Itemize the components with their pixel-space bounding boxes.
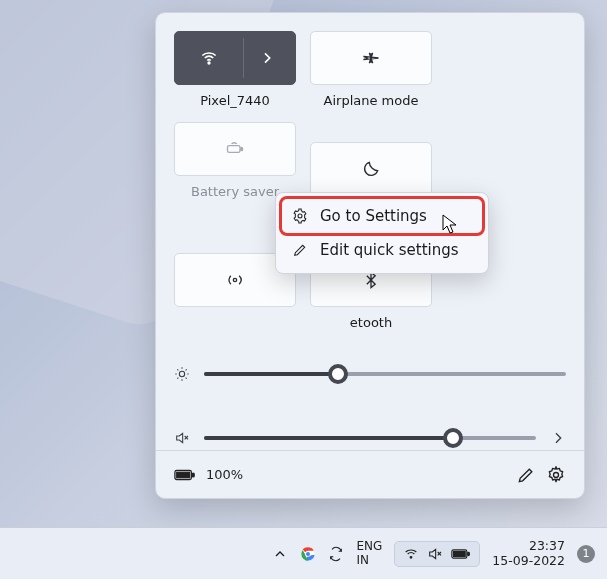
wifi-tile[interactable] [174, 31, 296, 85]
context-menu: Go to Settings Edit quick settings [275, 192, 489, 274]
volume-slider[interactable] [204, 436, 536, 440]
tile-col-airplane: Airplane mode [310, 31, 432, 108]
brightness-icon [174, 366, 190, 382]
brightness-slider[interactable] [204, 372, 566, 376]
system-status-pill[interactable] [394, 541, 480, 567]
svg-rect-16 [468, 552, 470, 555]
hotspot-icon [225, 270, 245, 290]
notification-badge[interactable]: 1 [577, 545, 595, 563]
battery-icon [451, 548, 471, 560]
svg-point-3 [233, 278, 236, 281]
battery-text: 100% [206, 467, 243, 482]
panel-footer: 100% [156, 450, 584, 498]
airplane-icon [361, 48, 381, 68]
menu-label: Edit quick settings [320, 241, 459, 259]
date: 15-09-2022 [492, 554, 565, 568]
svg-rect-1 [228, 146, 241, 153]
wifi-icon [199, 48, 219, 68]
chevron-right-icon[interactable] [259, 50, 275, 66]
hotspot-label [174, 315, 296, 330]
volume-mute-icon [427, 546, 443, 562]
brightness-thumb[interactable] [328, 364, 348, 384]
svg-rect-6 [177, 472, 190, 478]
go-to-settings-item[interactable]: Go to Settings [282, 199, 482, 233]
battery-saver-icon [223, 139, 247, 159]
volume-mute-icon [174, 430, 190, 446]
svg-point-12 [306, 552, 310, 556]
volume-thumb[interactable] [443, 428, 463, 448]
brightness-fill [204, 372, 338, 376]
pencil-icon [292, 242, 308, 258]
bluetooth-label: etooth [310, 315, 432, 330]
taskbar: ENG IN 23:37 15-09-2022 1 [0, 527, 607, 579]
svg-point-0 [208, 62, 210, 64]
gear-icon [292, 208, 308, 224]
svg-rect-15 [454, 551, 466, 556]
edit-icon[interactable] [516, 465, 536, 485]
svg-point-13 [411, 556, 413, 558]
edit-quick-settings-item[interactable]: Edit quick settings [282, 233, 482, 267]
language-indicator[interactable]: ENG IN [356, 540, 382, 566]
svg-point-9 [298, 214, 302, 218]
gear-icon[interactable] [546, 465, 566, 485]
tray-chevron-up-icon[interactable] [272, 546, 288, 562]
clock[interactable]: 23:37 15-09-2022 [492, 539, 565, 568]
lang-1: ENG [356, 540, 382, 553]
wifi-icon [403, 546, 419, 562]
airplane-label: Airplane mode [310, 93, 432, 108]
tile-col-wifi: Pixel_7440 [174, 31, 296, 108]
sync-icon[interactable] [328, 546, 344, 562]
time: 23:37 [492, 539, 565, 553]
tile-divider [243, 38, 244, 78]
menu-label: Go to Settings [320, 207, 427, 225]
svg-rect-2 [241, 147, 243, 150]
brightness-slider-row [174, 366, 566, 382]
volume-fill [204, 436, 453, 440]
moon-icon [361, 159, 381, 179]
battery-saver-tile[interactable] [174, 122, 296, 176]
svg-rect-7 [192, 473, 194, 477]
chrome-icon[interactable] [300, 546, 316, 562]
wifi-label: Pixel_7440 [174, 93, 296, 108]
tile-grid: Pixel_7440 Airplane mode Battery saver [174, 31, 566, 330]
airplane-tile[interactable] [310, 31, 432, 85]
system-tray: ENG IN 23:37 15-09-2022 1 [272, 539, 595, 568]
svg-point-4 [179, 371, 184, 376]
volume-slider-row [174, 430, 566, 446]
lang-2: IN [356, 554, 382, 567]
chevron-right-icon[interactable] [550, 430, 566, 446]
focus-tile[interactable] [310, 142, 432, 196]
battery-icon [174, 468, 196, 482]
svg-point-8 [554, 472, 559, 477]
